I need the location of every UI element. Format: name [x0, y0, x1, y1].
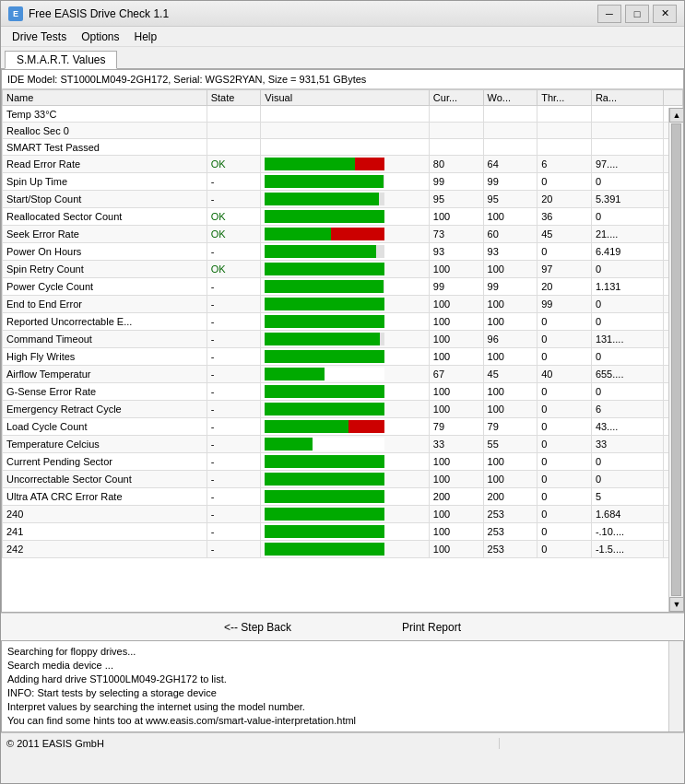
col-header-cur: Cur... [429, 90, 483, 106]
cell-wo: 253 [483, 541, 537, 558]
menu-drive-tests[interactable]: Drive Tests [5, 29, 74, 45]
cell-visual [261, 173, 430, 191]
cell-state: - [207, 243, 261, 261]
table-row: 240-10025301.684 [3, 506, 683, 523]
cell-name: Seek Error Rate [3, 226, 207, 243]
visual-bar-green [265, 263, 384, 275]
footer-buttons: <-- Step Back Print Report [1, 613, 684, 640]
scroll-thumb[interactable] [671, 123, 681, 596]
cell-state: - [207, 383, 261, 401]
visual-bar [265, 385, 384, 398]
cell-ra: 43.... [591, 418, 663, 436]
maximize-button[interactable]: □ [625, 5, 649, 23]
cell-visual [261, 296, 430, 313]
menu-help[interactable]: Help [127, 29, 165, 45]
cell-ra: 0 [591, 261, 663, 278]
cell-visual [261, 261, 430, 278]
col-header-scroll [664, 90, 683, 106]
cell-wo: 200 [483, 488, 537, 506]
cell-ra: 1.131 [591, 278, 663, 296]
cell-thr: 0 [537, 488, 592, 506]
smart-table-body: Temp 33°CRealloc Sec 0SMART Test PassedR… [3, 106, 683, 558]
cell-thr: 97 [537, 261, 592, 278]
menu-options[interactable]: Options [74, 29, 126, 45]
visual-bar-red [348, 420, 384, 433]
cell-cur: 100 [429, 296, 483, 313]
status-bar: © 2011 EASIS GmbH [1, 732, 684, 753]
table-row: Emergency Retract Cycle-10010006 [3, 401, 683, 418]
visual-bar-green [265, 403, 384, 415]
visual-bar-green [265, 175, 384, 188]
cell-wo: 79 [483, 418, 537, 436]
visual-bar-green [265, 543, 384, 556]
cell-visual [261, 541, 430, 558]
cell-name: Temp 33°C [3, 106, 207, 123]
minimize-button[interactable]: ─ [597, 5, 621, 23]
visual-bar-green [265, 158, 355, 170]
cell-wo: 99 [483, 173, 537, 191]
table-scrollbar[interactable]: ▲ ▼ [668, 108, 683, 612]
tab-bar: S.M.A.R.T. Values [1, 47, 684, 69]
cell-state: - [207, 541, 261, 558]
cell-visual [261, 139, 430, 156]
cell-wo: 100 [483, 261, 537, 278]
cell-visual [261, 331, 430, 348]
cell-cur: 79 [429, 418, 483, 436]
scroll-up-arrow[interactable]: ▲ [669, 108, 683, 123]
visual-bar [265, 525, 384, 538]
cell-cur: 73 [429, 226, 483, 243]
table-row: Power Cycle Count-9999201.131 [3, 278, 683, 296]
table-row: Seek Error RateOK73604521.... [3, 226, 683, 243]
cell-ra: 655.... [591, 366, 663, 383]
scroll-down-arrow[interactable]: ▼ [669, 597, 683, 612]
print-report-button[interactable]: Print Report [402, 621, 461, 634]
window-title: Free EASIS Drive Check 1.1 [29, 7, 597, 20]
cell-name: Airflow Temperatur [3, 366, 207, 383]
table-row: SMART Test Passed [3, 139, 683, 156]
close-button[interactable]: ✕ [653, 5, 677, 23]
cell-visual [261, 453, 430, 471]
cell-ra: 5 [591, 488, 663, 506]
main-content: IDE Model: ST1000LM049-2GH172, Serial: W… [1, 69, 684, 613]
cell-name: Spin Retry Count [3, 261, 207, 278]
cell-wo: 253 [483, 523, 537, 541]
cell-state [207, 139, 261, 156]
tab-smart-values[interactable]: S.M.A.R.T. Values [5, 51, 117, 69]
cell-cur [429, 123, 483, 139]
visual-bar-green [265, 210, 384, 223]
cell-name: Spin Up Time [3, 173, 207, 191]
visual-bar-red [331, 228, 385, 240]
col-header-wo: Wo... [483, 90, 537, 106]
visual-bar-green [265, 508, 384, 521]
cell-ra: 0 [591, 173, 663, 191]
cell-ra: 21.... [591, 226, 663, 243]
visual-bar-green [265, 525, 384, 538]
cell-visual [261, 401, 430, 418]
cell-thr: 0 [537, 173, 592, 191]
col-header-thr: Thr... [537, 90, 592, 106]
cell-name: Power Cycle Count [3, 278, 207, 296]
table-row: Airflow Temperatur-674540655.... [3, 366, 683, 383]
cell-name: Reallocated Sector Count [3, 208, 207, 226]
cell-wo [483, 123, 537, 139]
cell-thr: 0 [537, 506, 592, 523]
cell-visual [261, 156, 430, 173]
visual-bar [265, 473, 384, 486]
cell-state: OK [207, 226, 261, 243]
log-lines: Searching for floppy drives...Search med… [7, 645, 678, 728]
visual-bar [265, 245, 384, 258]
cell-thr: 0 [537, 436, 592, 453]
cell-cur: 100 [429, 471, 483, 488]
visual-bar [265, 175, 384, 188]
cell-visual [261, 106, 430, 123]
cell-cur: 93 [429, 243, 483, 261]
log-scrollbar[interactable] [668, 641, 683, 731]
step-back-button[interactable]: <-- Step Back [224, 621, 291, 634]
cell-thr: 0 [537, 313, 592, 331]
col-header-state: State [207, 90, 261, 106]
cell-cur: 100 [429, 401, 483, 418]
cell-state: OK [207, 156, 261, 173]
table-row: Load Cycle Count-7979043.... [3, 418, 683, 436]
cell-wo: 64 [483, 156, 537, 173]
cell-name: SMART Test Passed [3, 139, 207, 156]
